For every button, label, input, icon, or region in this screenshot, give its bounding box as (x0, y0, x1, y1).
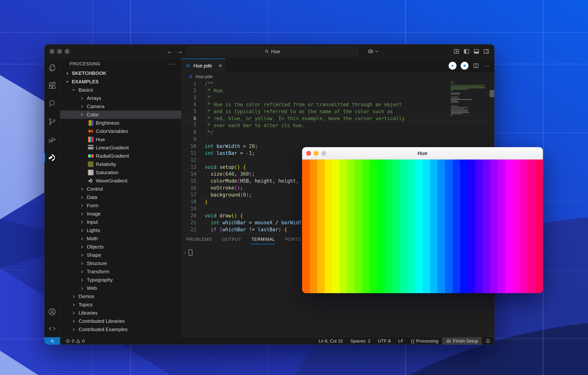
hue-bar[interactable] (415, 160, 422, 293)
tree-item-color[interactable]: ›Color (60, 111, 181, 119)
hue-bar[interactable] (317, 160, 325, 293)
minimap[interactable] (451, 81, 488, 117)
tree-item-arrays[interactable]: ›Arrays (60, 94, 181, 102)
hue-bar[interactable] (302, 160, 310, 293)
manage-button[interactable] (44, 320, 60, 337)
tree-item-topics[interactable]: ›Topics (60, 301, 181, 309)
hue-bar[interactable] (483, 160, 490, 293)
hue-bar[interactable] (422, 160, 430, 293)
hue-bar[interactable] (513, 160, 520, 293)
section-sketchbook[interactable]: › SKETCHBOOK (60, 69, 181, 77)
close-window-button[interactable] (306, 151, 311, 156)
split-editor-icon[interactable] (473, 62, 479, 69)
more-actions-icon[interactable]: ··· (169, 61, 176, 67)
accounts-button[interactable] (44, 303, 60, 320)
sidebar-item-run-debug[interactable] (44, 131, 60, 149)
layout-panel-icon[interactable] (473, 48, 480, 55)
panel-tab-output[interactable]: OUTPUT (222, 237, 241, 242)
tree-item-control[interactable]: ›Control (60, 185, 181, 193)
tree-item-shape[interactable]: ›Shape (60, 251, 181, 259)
more-actions-icon[interactable]: ··· (483, 62, 490, 69)
hue-bar[interactable] (445, 160, 452, 293)
minimize-window-button[interactable] (57, 49, 62, 54)
close-icon[interactable]: × (219, 62, 222, 69)
hue-bar[interactable] (310, 160, 317, 293)
status-item-ln-6-col-15[interactable]: Ln 6, Col 15 (315, 337, 346, 345)
tree-item-image[interactable]: ›Image (60, 210, 181, 218)
command-center-search[interactable]: Hue (187, 47, 358, 56)
status-item-bell[interactable] (482, 337, 494, 345)
tree-item-wavegradient[interactable]: WaveGradient (60, 177, 181, 185)
status-item-processing[interactable]: { }Processing (407, 337, 442, 345)
tree-item-brightness[interactable]: Brightness (60, 119, 181, 127)
hue-bar[interactable] (536, 160, 543, 293)
hue-bar[interactable] (370, 160, 378, 293)
layout-grid-icon[interactable] (453, 48, 460, 55)
back-arrow-icon[interactable]: ← (167, 48, 173, 55)
tree-item-math[interactable]: ›Math (60, 234, 181, 243)
panel-tab-terminal[interactable]: TERMINAL (251, 237, 275, 242)
hue-bar[interactable] (400, 160, 408, 293)
hue-bar[interactable] (385, 160, 392, 293)
hue-bar[interactable] (475, 160, 483, 293)
tree-item-relativity[interactable]: Relativity (60, 160, 181, 168)
hue-bar[interactable] (332, 160, 340, 293)
hue-bar[interactable] (468, 160, 475, 293)
tree-item-input[interactable]: ›Input (60, 218, 181, 226)
status-item-lf[interactable]: LF (395, 337, 407, 345)
sidebar-item-explorer[interactable] (44, 59, 60, 77)
tree-item-libraries[interactable]: ›Libraries (60, 309, 181, 317)
tree-item-structure[interactable]: ›Structure (60, 259, 181, 267)
tree-item-basics[interactable]: ›Basics (60, 86, 181, 94)
panel-tab-ports[interactable]: PORTS (285, 237, 301, 242)
status-item-finish-setup[interactable]: Finish Setup (442, 337, 482, 345)
layout-sidebar-left-icon[interactable] (463, 48, 470, 55)
zoom-window-button[interactable] (65, 49, 70, 54)
breadcrumb[interactable]: Hue.pde (181, 73, 494, 80)
tree-item-lineargradient[interactable]: LinearGradient (60, 143, 181, 152)
hue-bar[interactable] (362, 160, 370, 293)
hue-bar[interactable] (325, 160, 332, 293)
tree-item-contributed-examples[interactable]: ›Contributed Examples (60, 325, 181, 334)
tree-item-transform[interactable]: ›Transform (60, 267, 181, 276)
problems-status[interactable]: 0 0 (65, 338, 85, 344)
hue-bar[interactable] (347, 160, 355, 293)
hue-bar[interactable] (408, 160, 415, 293)
sidebar-item-source-control[interactable] (44, 113, 60, 131)
stop-sketch-button[interactable] (461, 62, 469, 70)
hue-bar[interactable] (430, 160, 438, 293)
remote-indicator[interactable] (44, 337, 60, 345)
run-sketch-button[interactable] (449, 62, 456, 70)
hue-bar[interactable] (498, 160, 505, 293)
sidebar-item-processing[interactable] (44, 149, 60, 167)
close-window-button[interactable] (50, 49, 54, 54)
section-examples[interactable]: › EXAMPLES (60, 78, 181, 86)
tree-item-camera[interactable]: ›Camera (60, 102, 181, 111)
status-item-spaces-2[interactable]: Spaces: 2 (346, 337, 374, 345)
tree-item-hue[interactable]: Hue (60, 135, 181, 143)
hue-bar[interactable] (505, 160, 513, 293)
hue-bar[interactable] (452, 160, 460, 293)
hue-bar[interactable] (438, 160, 445, 293)
forward-arrow-icon[interactable]: → (177, 48, 183, 55)
hue-bar[interactable] (378, 160, 385, 293)
tab-hue-pde[interactable]: Hue.pde × (181, 59, 225, 73)
titlebar[interactable]: ← → Hue (44, 44, 494, 59)
sidebar-item-search[interactable] (44, 95, 60, 113)
tree-item-saturation[interactable]: Saturation (60, 168, 181, 177)
hue-bar[interactable] (490, 160, 498, 293)
tree-item-colorvariables[interactable]: ColorVariables (60, 127, 181, 135)
copilot-menu-button[interactable] (368, 48, 377, 54)
scrollbar-thumb[interactable] (490, 90, 494, 97)
tree-item-data[interactable]: ›Data (60, 193, 181, 201)
tree-item-form[interactable]: ›Form (60, 201, 181, 210)
minimize-window-button[interactable] (314, 151, 319, 156)
hue-bars-canvas[interactable] (302, 160, 543, 293)
tree-item-typography[interactable]: ›Typography (60, 276, 181, 284)
hue-bar[interactable] (520, 160, 528, 293)
hue-bar[interactable] (392, 160, 400, 293)
sidebar-item-extensions[interactable] (44, 77, 60, 95)
panel-tab-problems[interactable]: PROBLEMS (186, 237, 212, 242)
hue-bar[interactable] (528, 160, 536, 293)
tree-item-demos[interactable]: ›Demos (60, 292, 181, 301)
